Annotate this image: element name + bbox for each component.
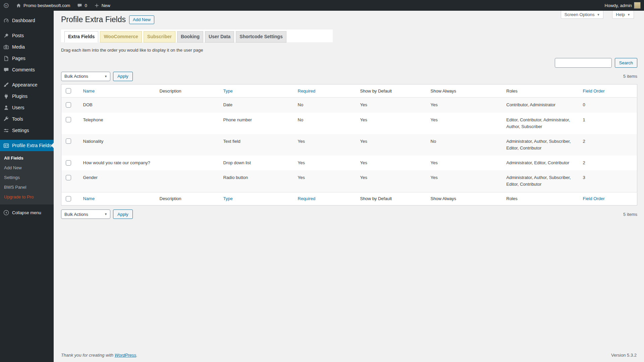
admin-footer: Thank you for creating with WordPress. V… (54, 353, 644, 362)
tab-shortcode-settings[interactable]: Shortcode Settings (236, 31, 286, 43)
sidebar-item-media[interactable]: Media (0, 41, 54, 53)
cell-type: Drop down list (220, 156, 294, 170)
select-all-checkbox[interactable] (66, 196, 71, 201)
page-wrap: Profile Extra Fields Add New Extra Field… (54, 11, 644, 219)
collapse-menu-button[interactable]: Collapse menu (0, 208, 54, 217)
submenu-item-all-fields[interactable]: All Fields (0, 154, 54, 163)
cell-field-order: 2 (580, 134, 637, 156)
bulk-actions-select[interactable]: Bulk Actions ▼ (61, 72, 110, 81)
page-title-row: Profile Extra Fields Add New (61, 15, 637, 25)
table-footer-row: Name Description Type Required Show by D… (61, 192, 637, 205)
column-header-roles: Roles (506, 88, 518, 94)
sidebar-item-appearance[interactable]: Appearance (0, 79, 54, 90)
column-header-type[interactable]: Type (223, 88, 233, 94)
footer-version: Version 5.3.2 (611, 353, 637, 358)
howdy-label: Howdy, admin (605, 3, 632, 8)
comment-icon (0, 67, 12, 73)
row-checkbox[interactable] (66, 160, 71, 166)
select-all-checkbox[interactable] (66, 88, 71, 94)
column-header-show-always: Show Always (431, 196, 457, 201)
column-header-name[interactable]: Name (83, 88, 95, 94)
cell-roles: Administrator, Author, Subscriber, Edito… (503, 134, 580, 156)
tab-woocommerce[interactable]: WooCommerce (100, 31, 142, 43)
sidebar-item-settings[interactable]: Settings (0, 125, 54, 136)
sidebar-item-label: Tools (12, 116, 23, 122)
wordpress-logo-icon: W (3, 3, 9, 8)
chevron-down-icon: ▼ (627, 13, 630, 16)
chevron-down-icon: ▼ (597, 13, 600, 16)
search-input[interactable] (555, 58, 612, 68)
screen-options-button[interactable]: Screen Options ▼ (561, 11, 604, 19)
profile-extra-fields-submenu: All Fields Add New Settings BWS Panel Up… (0, 151, 54, 204)
column-header-field-order[interactable]: Field Order (583, 196, 605, 201)
new-label: New (102, 3, 110, 8)
cell-required: No (294, 113, 357, 134)
cell-field-order: 3 (580, 170, 637, 192)
sidebar-item-comments[interactable]: Comments (0, 64, 54, 75)
chevron-down-icon: ▼ (104, 75, 107, 78)
new-content-link[interactable]: New (91, 0, 114, 11)
admin-content: Screen Options ▼ Help ▼ Profile Extra Fi… (54, 0, 644, 362)
column-header-field-order[interactable]: Field Order (583, 88, 605, 94)
submenu-item-settings[interactable]: Settings (0, 173, 54, 183)
brush-icon (0, 82, 12, 88)
admin-bar: W Promo bestwebsoft.com 0 New Howdy, adm… (0, 0, 644, 11)
sidebar-item-users[interactable]: Users (0, 102, 54, 113)
row-checkbox[interactable] (66, 117, 71, 122)
column-header-name[interactable]: Name (83, 196, 95, 201)
cell-type: Text field (220, 134, 294, 156)
footer-thanks: Thank you for creating with WordPress. (61, 353, 138, 358)
comments-bubble-link[interactable]: 0 (73, 0, 90, 11)
tab-extra-fields[interactable]: Extra Fields (64, 31, 98, 43)
cell-show-always: Yes (427, 98, 503, 113)
menu-separator (0, 136, 54, 140)
site-name-link[interactable]: Promo bestwebsoft.com (12, 0, 73, 11)
row-checkbox[interactable] (66, 175, 71, 180)
cell-roles: Editor, Contributor, Administrator, Auth… (503, 113, 580, 134)
row-checkbox[interactable] (66, 102, 71, 108)
sidebar-item-label: Comments (12, 67, 35, 73)
sidebar-item-posts[interactable]: Posts (0, 30, 54, 41)
column-header-required[interactable]: Required (298, 88, 316, 94)
apply-button[interactable]: Apply (113, 209, 133, 219)
bulk-actions-select[interactable]: Bulk Actions ▼ (61, 209, 110, 219)
sidebar-item-plugins[interactable]: Plugins (0, 90, 54, 102)
table-row[interactable]: Nationality Text field Yes Yes No Admini… (61, 134, 637, 156)
content-spacer (54, 219, 644, 353)
submenu-item-add-new[interactable]: Add New (0, 163, 54, 173)
sidebar-item-dashboard[interactable]: Dashboard (0, 15, 54, 26)
cell-name: Telephone (80, 113, 156, 134)
wordpress-logo-menu[interactable]: W (0, 0, 12, 11)
search-button[interactable]: Search (615, 58, 637, 68)
add-new-button[interactable]: Add New (129, 15, 154, 24)
sidebar-item-tools[interactable]: Tools (0, 113, 54, 125)
submenu-item-bws-panel[interactable]: BWS Panel (0, 183, 54, 192)
comments-count: 0 (85, 3, 87, 8)
cell-show-by-default: Yes (357, 98, 427, 113)
sidebar-item-profile-extra-fields[interactable]: Profile Extra Fields (0, 140, 54, 151)
column-header-required[interactable]: Required (298, 196, 316, 201)
apply-button[interactable]: Apply (113, 72, 133, 81)
wordpress-link[interactable]: WordPress (115, 353, 136, 358)
tab-bar: Extra FieldsWooCommerceSubscriberBooking… (61, 29, 333, 42)
search-box: Search (61, 58, 637, 68)
tab-subscriber[interactable]: Subscriber (144, 31, 175, 43)
row-checkbox[interactable] (66, 138, 71, 144)
submenu-item-upgrade-to-pro[interactable]: Upgrade to Pro (0, 192, 54, 202)
cell-field-order: 0 (580, 98, 637, 113)
table-row[interactable]: How would you rate our company? Drop dow… (61, 156, 637, 170)
tablenav-top: Bulk Actions ▼ Apply 5 items (61, 72, 637, 81)
tab-user-data[interactable]: User Data (205, 31, 234, 43)
items-count: 5 items (623, 74, 637, 79)
pin-icon (0, 33, 12, 39)
tab-booking[interactable]: Booking (177, 31, 203, 43)
my-account-link[interactable]: Howdy, admin (601, 0, 644, 11)
table-row[interactable]: Telephone Phone number No Yes Yes Editor… (61, 113, 637, 134)
cell-show-by-default: Yes (357, 113, 427, 134)
sidebar-item-pages[interactable]: Pages (0, 53, 54, 64)
column-header-type[interactable]: Type (223, 196, 233, 201)
table-row[interactable]: DOB Date No Yes Yes Contributor, Adminis… (61, 98, 637, 113)
table-row[interactable]: Gender Radio button Yes Yes Yes Administ… (61, 170, 637, 192)
help-button[interactable]: Help ▼ (612, 11, 634, 19)
footer-thanks-text: Thank you for creating with (61, 353, 115, 358)
